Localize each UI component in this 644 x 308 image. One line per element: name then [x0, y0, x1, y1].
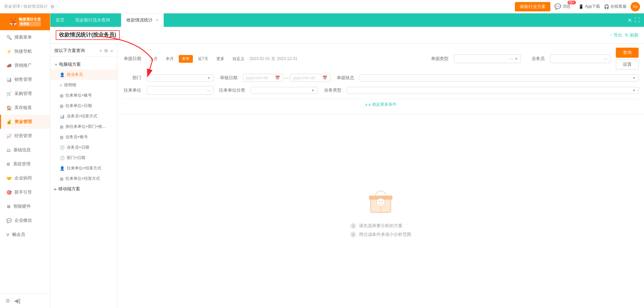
refresh-button[interactable]: ↻ 刷新 [625, 32, 639, 38]
user-avatar[interactable]: Rit [631, 2, 640, 11]
sidebar-item-member[interactable]: V 畅会员 [0, 227, 50, 242]
panel-header: 按以下方案查询 + ⚙ « [50, 44, 117, 57]
wechat-icon: 💬 [6, 218, 12, 223]
sidebar-item-capital[interactable]: 💰 资金管理 [0, 115, 50, 129]
audit-date-to[interactable]: yyyy-mm-dd 📅 [290, 74, 330, 82]
collapse-icon: ∧∧ [365, 102, 371, 107]
tree-item-unit-settlement2[interactable]: ▦ 往来单位+结算方式 [50, 173, 117, 184]
person2-icon: 👤 [60, 166, 65, 171]
gear-icon[interactable]: ⚙ [50, 4, 55, 9]
tree-item-staff-settlement[interactable]: 📊 业务员+结算方式 [50, 111, 117, 121]
collapse-panel-button[interactable]: « [110, 48, 113, 53]
last7-btn[interactable]: 近7天 [195, 55, 211, 63]
try-industry-button[interactable]: 体验行业方案 [515, 2, 550, 11]
right-panel: 单据日期 上月 本月 本年 近7天 更多 自定义 2023- [117, 44, 644, 308]
sidebar-item-quick[interactable]: ⚡ 快捷导航 [0, 44, 50, 58]
settings-scheme-button[interactable]: ⚙ [104, 48, 108, 53]
system-icon: ⚙ [6, 162, 10, 167]
sidebar: 🦊 畅捷通好生意 标准版 🔍 搜索菜单 ⚡ 快捷导航 📣 营销推广 📊 销售管理 [0, 13, 50, 308]
sidebar-item-basic[interactable]: 🗂 基础信息 [0, 143, 50, 157]
sidebar-item-marketing[interactable]: 📣 营销推广 [0, 58, 50, 72]
tree-item-staff-account[interactable]: ▦ 业务员+账号 [50, 132, 117, 142]
biz-type-chevron-icon: ▼ [632, 89, 636, 92]
audit-date-from[interactable]: yyyy-mm-dd 📅 [243, 74, 283, 82]
unit-category-select[interactable]: ▼ [251, 87, 318, 94]
sales-icon: 📊 [6, 77, 12, 82]
tab-bank-flow-close[interactable]: × [113, 18, 116, 22]
calendar-icon[interactable]: 📅 [275, 75, 280, 80]
maximize-tab-icon[interactable]: ⛶ [635, 17, 640, 23]
online-service[interactable]: 🎧在线客服 [604, 4, 627, 9]
type-chevron-icon: ▼ [515, 57, 518, 61]
tab-collection[interactable]: 收款情况统计 × [121, 13, 164, 27]
chevron-down-icon: ▼ [54, 63, 58, 66]
sidebar-item-wechat[interactable]: 💬 企业微信 [0, 213, 50, 227]
dept-select[interactable]: ▼ [147, 74, 214, 82]
bar-icon: 📊 [60, 114, 65, 119]
tab-home[interactable]: 首页 [50, 13, 70, 27]
sidebar-item-guide[interactable]: 🎯 新手引导 [0, 185, 50, 199]
this-month-btn[interactable]: 本月 [163, 55, 177, 63]
sidebar-item-sales[interactable]: 📊 销售管理 [0, 72, 50, 87]
type-more-icon[interactable]: ··· [509, 56, 513, 61]
tree-item-unit-date[interactable]: ▦ 往来单位+日期 [50, 101, 117, 111]
biz-type-select[interactable]: ▼ [347, 87, 639, 94]
sidebar-item-search[interactable]: 🔍 搜索菜单 [0, 30, 50, 44]
tree-item-unit-dept-collection[interactable]: ▦ 按往来单位+部门+收... [50, 121, 117, 132]
tab-bar-actions: ✕ ⛶ [628, 17, 644, 23]
filter-row-3: 往来单位 ··· 往来单位分类 ▼ 业务类型 ▼ [123, 86, 639, 95]
this-year-btn[interactable]: 本年 [179, 55, 193, 63]
add-scheme-button[interactable]: + [99, 48, 102, 53]
type-select[interactable]: ··· ▼ [454, 54, 521, 63]
status-select[interactable]: ▼ [360, 74, 639, 82]
svg-point-3 [377, 198, 385, 206]
clock-icon: 🕐 [60, 145, 65, 150]
sidebar-item-hardware[interactable]: 🖥 智能硬件 [0, 199, 50, 213]
megaphone-icon: 📣 [6, 63, 12, 68]
dept-label: 部门 [123, 75, 141, 81]
collapse-more-button[interactable]: ∧∧ 收起更多条件 [123, 99, 639, 110]
staff-more-icon[interactable]: ··· [603, 56, 607, 61]
tree-group-pc-header[interactable]: ▼ 电脑端方案 [50, 59, 117, 69]
top-right-info: 体验行业方案 💬 消息 99+ 📱App下载 🎧在线客服 Rit [515, 2, 640, 11]
tree-item-staff[interactable]: 👤 按业务员 [50, 69, 117, 80]
status-label: 单据状态 [336, 75, 354, 81]
tree-item-staff-date[interactable]: 🕐 业务员+日期 [50, 142, 117, 153]
settings-button[interactable]: 设置 [616, 59, 639, 70]
settings-bottom-icon[interactable]: ⚙ [5, 298, 10, 304]
sidebar-item-operation[interactable]: 📈 经营管理 [0, 129, 50, 143]
filter-row-2: 部门 ▼ 审核日期 yyyy-mm-dd 📅 — [123, 74, 639, 82]
sidebar-item-purchase[interactable]: 🛒 采购管理 [0, 87, 50, 101]
tree-item-detail[interactable]: ≡ 按明细 [50, 80, 117, 90]
calendar2-icon[interactable]: 📅 [322, 75, 327, 80]
export-icon: ↑ [610, 33, 612, 38]
prev-month-btn[interactable]: 上月 [147, 55, 161, 63]
tab-collection-close[interactable]: × [156, 18, 158, 22]
table2-icon: ▦ [60, 104, 63, 108]
app-download[interactable]: 📱App下载 [579, 4, 600, 9]
clock2-icon: 🕐 [60, 156, 65, 160]
tree-item-unit-account[interactable]: ▦ 往来单位+账号 [50, 90, 117, 101]
step-num-2: 2 [350, 232, 356, 238]
sidebar-item-enterprise[interactable]: 🤝 企业协同 [0, 171, 50, 185]
unit-more-icon[interactable]: ··· [207, 88, 211, 93]
capital-icon: 💰 [6, 119, 12, 124]
tree-item-unit-settlement1[interactable]: 👤 往来单位+结算方式 [50, 163, 117, 173]
staff-select[interactable]: ··· [550, 54, 610, 63]
close-all-tab-icon[interactable]: ✕ [628, 17, 632, 23]
filter-row-1: 单据日期 上月 本月 本年 近7天 更多 自定义 2023- [123, 48, 639, 70]
export-button[interactable]: ↑ 导出 [610, 32, 623, 38]
collapse-sidebar-icon[interactable]: ◀‖ [14, 298, 21, 304]
sidebar-item-system[interactable]: ⚙ 系统管理 [0, 157, 50, 171]
tree-group-mobile-header[interactable]: ▶ 移动端方案 [50, 184, 117, 194]
query-button[interactable]: 查询 [616, 48, 639, 58]
sidebar-item-inventory[interactable]: 🏠 库存核算 [0, 101, 50, 115]
tab-bar: 首页 现金银行流水查询 × 收款情况统计 × ✕ ⛶ [50, 13, 644, 27]
unit-select[interactable]: ··· [147, 86, 214, 95]
tree-item-dept-date[interactable]: 🕐 部门+日期 [50, 153, 117, 163]
custom-btn[interactable]: 自定义 [229, 55, 248, 63]
tab-bank-flow[interactable]: 现金银行流水查询 × [70, 13, 121, 27]
empty-state: 1 请先选择要分析的方案 2 用过滤条件来缩小分析范围 [117, 114, 644, 308]
more-btn[interactable]: 更多 [213, 55, 227, 63]
message-area[interactable]: 💬 消息 99+ [554, 3, 575, 10]
